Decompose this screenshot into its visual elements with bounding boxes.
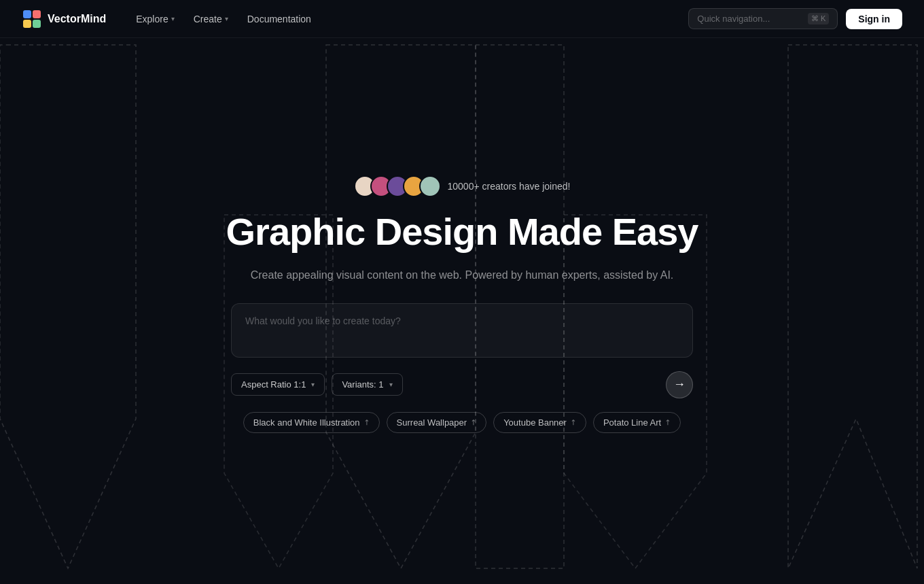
- controls-left: Aspect Ratio 1:1 ▾ Variants: 1 ▾: [231, 373, 403, 396]
- social-proof: 10000+ creators have joined!: [354, 175, 571, 197]
- hero-section: 10000+ creators have joined! Graphic Des…: [0, 38, 924, 584]
- suggestion-pill-0[interactable]: Black and White Illustration↗: [243, 412, 380, 433]
- prompt-placeholder-text: What would you like to create today?: [245, 315, 401, 326]
- logo[interactable]: VectorMind: [22, 9, 106, 29]
- pill-arrow-icon: ↗: [468, 417, 479, 428]
- navbar: VectorMind Explore ▾ Create ▾ Documentat…: [0, 0, 924, 38]
- prompt-input-area[interactable]: What would you like to create today?: [231, 303, 693, 358]
- svg-marker-4: [0, 45, 136, 568]
- svg-rect-2: [23, 20, 31, 28]
- logo-text: VectorMind: [48, 13, 106, 25]
- nav-links: Explore ▾ Create ▾ Documentation: [128, 10, 319, 29]
- hero-content: 10000+ creators have joined! Graphic Des…: [217, 175, 707, 432]
- aspect-ratio-dropdown[interactable]: Aspect Ratio 1:1 ▾: [231, 373, 325, 396]
- social-proof-text: 10000+ creators have joined!: [448, 181, 571, 192]
- sign-in-button[interactable]: Sign in: [846, 9, 902, 29]
- variants-dropdown[interactable]: Variants: 1 ▾: [332, 373, 402, 396]
- suggestion-pill-3[interactable]: Potato Line Art↗: [593, 412, 681, 433]
- arrow-right-icon: →: [673, 377, 686, 392]
- search-placeholder: Quick navigation...: [697, 14, 802, 24]
- avatar: [419, 175, 441, 197]
- aspect-ratio-chevron-icon: ▾: [311, 381, 315, 388]
- explore-chevron-icon: ▾: [171, 15, 175, 22]
- create-chevron-icon: ▾: [225, 15, 228, 22]
- pill-arrow-icon: ↗: [361, 417, 372, 428]
- avatar-group: [354, 175, 441, 197]
- submit-button[interactable]: →: [666, 371, 693, 398]
- nav-create[interactable]: Create ▾: [185, 10, 236, 29]
- suggestion-pill-1[interactable]: Surreal Wallpaper↗: [387, 412, 487, 433]
- svg-rect-0: [23, 10, 31, 18]
- svg-marker-7: [788, 45, 917, 568]
- pill-arrow-icon: ↗: [662, 417, 673, 428]
- search-box[interactable]: Quick navigation... ⌘ K: [688, 8, 838, 29]
- suggestion-pills: Black and White Illustration↗Surreal Wal…: [243, 412, 681, 433]
- navbar-left: VectorMind Explore ▾ Create ▾ Documentat…: [22, 9, 319, 29]
- nav-docs[interactable]: Documentation: [239, 10, 319, 29]
- nav-explore[interactable]: Explore ▾: [128, 10, 182, 29]
- svg-rect-1: [33, 10, 41, 18]
- navbar-right: Quick navigation... ⌘ K Sign in: [688, 8, 902, 29]
- search-shortcut: ⌘ K: [808, 13, 829, 24]
- svg-rect-3: [33, 20, 41, 28]
- suggestion-pill-2[interactable]: Youtube Banner↗: [493, 412, 586, 433]
- variants-chevron-icon: ▾: [389, 381, 393, 388]
- controls-row: Aspect Ratio 1:1 ▾ Variants: 1 ▾ →: [231, 371, 693, 398]
- hero-title: Graphic Design Made Easy: [226, 211, 698, 253]
- pill-arrow-icon: ↗: [568, 417, 579, 428]
- hero-subtitle: Create appealing visual content on the w…: [251, 267, 674, 284]
- logo-icon: [22, 9, 42, 29]
